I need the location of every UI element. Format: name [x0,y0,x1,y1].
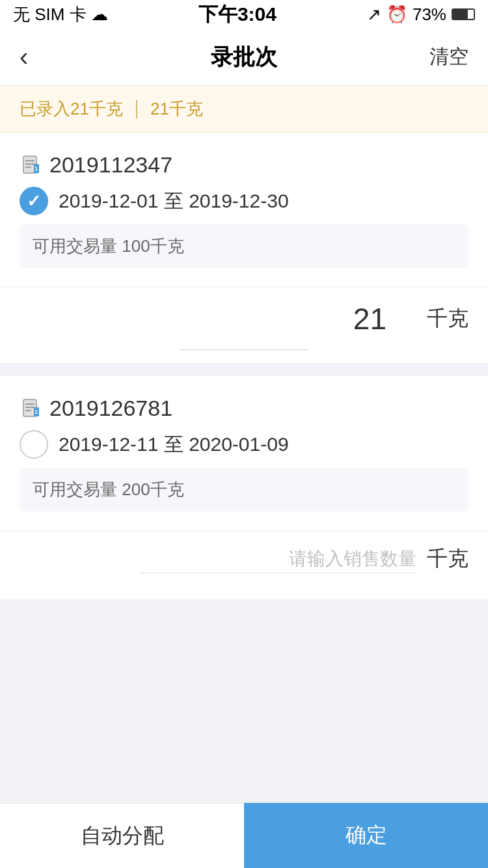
input-row-2[interactable]: 千克 [0,531,488,586]
batch-item-1: 1 2019112347 ✓ 2019-12-01 至 2019-12-30 可… [0,133,488,288]
battery-level: 73% [413,5,446,25]
section-divider [0,363,488,376]
nav-bar: ‹ 录批次 清空 [0,29,488,86]
available-qty-1: 可用交易量 100千克 [20,224,468,268]
checkmark-1: ✓ [27,191,41,211]
alarm-icon: ⏰ [386,5,407,25]
batch-date-row-2: 2019-12-11 至 2020-01-09 [20,430,468,459]
svg-text:1: 1 [34,165,38,172]
batch-date-row-1: ✓ 2019-12-01 至 2019-12-30 [20,187,468,215]
confirm-button[interactable]: 确定 [244,803,488,868]
input-row-1: 21 千克 [0,288,488,349]
unit-1: 千克 [427,305,468,333]
svg-rect-1 [25,160,34,161]
svg-rect-3 [25,167,31,168]
quantity-input-2[interactable] [140,545,416,573]
available-qty-2: 可用交易量 200千克 [20,468,468,511]
svg-rect-9 [25,410,31,411]
checkbox-2[interactable] [20,430,48,459]
batch-date-2: 2019-12-11 至 2020-01-09 [59,431,289,458]
banner-divider [136,100,137,118]
batch-id-2: 2019126781 [49,396,172,421]
battery-icon: ↗ [367,5,381,25]
status-left: 无 SIM 卡 ☁ [13,3,108,26]
total-amount: 21千克 [150,98,203,120]
page-title: 录批次 [211,42,277,72]
clear-button[interactable]: 清空 [429,44,468,70]
back-button[interactable]: ‹ [20,42,59,72]
svg-text:1: 1 [34,409,38,415]
sim-status: 无 SIM 卡 ☁ [13,3,108,26]
svg-rect-7 [25,403,34,405]
battery-bar [452,8,475,20]
batch-card-1: 1 2019112347 ✓ 2019-12-01 至 2019-12-30 可… [0,133,488,363]
status-time: 下午3:04 [198,1,277,28]
document-icon-1: 1 [20,154,43,177]
document-icon-2: 1 [20,397,43,420]
batch-header-1: 1 2019112347 [20,152,468,178]
auto-distribute-button[interactable]: 自动分配 [0,803,244,868]
unit-2: 千克 [427,545,468,573]
svg-rect-8 [25,407,34,408]
recorded-amount: 已录入21千克 [20,98,123,120]
batch-header-2: 1 2019126781 [20,396,468,421]
batch-item-2: 1 2019126781 2019-12-11 至 2020-01-09 可用交… [0,376,488,531]
checkbox-1[interactable]: ✓ [20,187,48,215]
batch-date-1: 2019-12-01 至 2019-12-30 [59,188,289,215]
quantity-value-1: 21 [353,301,386,336]
status-bar: 无 SIM 卡 ☁ 下午3:04 ↗ ⏰ 73% [0,0,488,29]
footer: 自动分配 确定 [0,803,488,868]
info-banner: 已录入21千克 21千克 [0,86,488,133]
status-right: ↗ ⏰ 73% [367,5,475,25]
batch-card-2: 1 2019126781 2019-12-11 至 2020-01-09 可用交… [0,376,488,599]
batch-id-1: 2019112347 [49,152,172,178]
svg-rect-2 [25,163,34,165]
